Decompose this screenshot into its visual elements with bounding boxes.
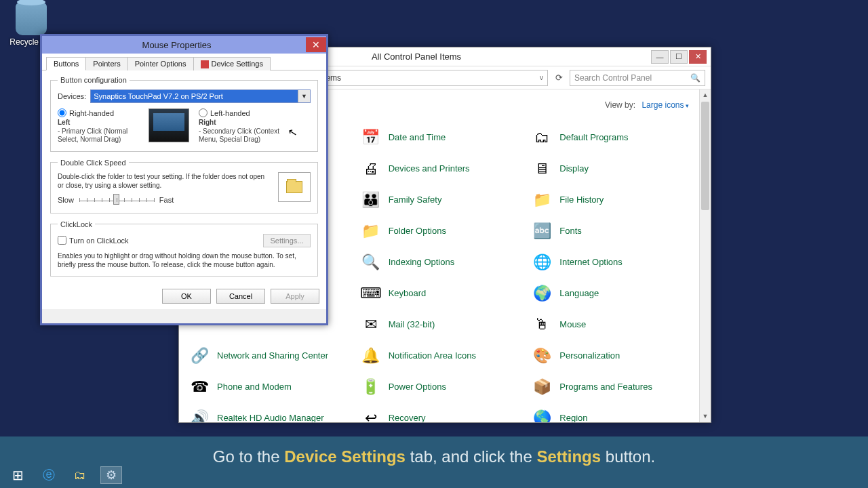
cp-item-label: Mouse — [559, 319, 586, 330]
search-input[interactable]: Search Control Panel 🔍 — [570, 70, 705, 86]
cp-item-icon: 🖥 — [531, 158, 553, 180]
mp-body: Button configuration Devices: Synaptics … — [42, 70, 326, 309]
search-icon: 🔍 — [690, 73, 701, 83]
cp-item-label: Display — [559, 163, 589, 174]
cp-item[interactable]: ✉Mail (32-bit) — [357, 309, 525, 340]
ok-button[interactable]: OK — [162, 289, 211, 304]
mp-close-button[interactable]: ✕ — [306, 37, 326, 52]
cp-item[interactable]: 🖱Mouse — [528, 309, 696, 340]
start-button[interactable]: ⊞ — [7, 466, 28, 484]
cp-item[interactable]: 🌎Region — [528, 403, 696, 422]
cp-item-icon: 🖨 — [360, 158, 382, 180]
close-button[interactable]: ✕ — [689, 50, 707, 64]
double-click-speed-group: Double Click Speed Double-click the fold… — [50, 159, 318, 214]
cp-item-label: File History — [559, 195, 604, 205]
cp-item[interactable]: 📦Programs and Features — [528, 371, 696, 403]
view-by-value[interactable]: Large icons — [642, 100, 689, 110]
cp-item[interactable]: 🖥Display — [528, 153, 696, 184]
clicklock-checkbox[interactable]: Turn on ClickLock — [58, 236, 129, 245]
synaptics-icon — [201, 60, 209, 68]
cl-legend: ClickLock — [58, 220, 95, 228]
devices-label: Devices: — [58, 92, 86, 100]
devices-select[interactable]: Synaptics TouchPad V7.2 on PS/2 Port ▼ — [90, 89, 311, 103]
cp-item-label: Internet Options — [559, 257, 623, 268]
cp-item[interactable]: 📁Folder Options — [357, 216, 525, 247]
cancel-button[interactable]: Cancel — [216, 289, 265, 304]
cp-item[interactable]: 📅Date and Time — [357, 122, 525, 153]
cp-item-icon: 🗂 — [531, 127, 553, 148]
cp-item-label: Phone and Modem — [217, 382, 292, 392]
cp-item-label: Region — [559, 413, 587, 422]
cp-item[interactable]: 🎨Personalization — [528, 340, 696, 371]
scroll-thumb[interactable] — [701, 102, 709, 210]
cp-item[interactable]: 🌐Internet Options — [528, 247, 696, 278]
cp-item[interactable]: ☎Phone and Modem — [186, 371, 353, 403]
mp-titlebar: Mouse Properties ✕ — [42, 36, 326, 54]
cp-item[interactable]: 🔗Network and Sharing Center — [186, 340, 353, 371]
right-desc: - Secondary Click (Context Menu, Special… — [199, 127, 279, 144]
scrollbar[interactable]: ▲ ▼ — [699, 89, 711, 422]
right-handed-radio[interactable]: Right-handed — [58, 108, 146, 117]
cp-item-icon: 🎨 — [531, 345, 553, 367]
cp-item-label: Default Programs — [559, 132, 628, 143]
cp-item-label: Fonts — [559, 226, 582, 237]
scroll-up-icon[interactable]: ▲ — [700, 89, 711, 101]
cp-item[interactable]: 👪Family Safety — [357, 184, 525, 216]
dcs-fast-label: Fast — [159, 196, 174, 204]
cp-item-label: Folder Options — [389, 226, 446, 237]
folder-icon — [286, 181, 302, 193]
tab-pointer-options[interactable]: Pointer Options — [127, 57, 194, 70]
devices-value: Synaptics TouchPad V7.2 on PS/2 Port — [94, 92, 223, 100]
dcs-slow-label: Slow — [58, 196, 74, 204]
cp-item[interactable]: 🔋Power Options — [357, 371, 525, 403]
cp-item[interactable]: ↩Recovery — [357, 403, 525, 422]
cp-item[interactable]: 🔍Indexing Options — [357, 247, 525, 278]
maximize-button[interactable]: ☐ — [670, 50, 688, 64]
cp-item-label: Keyboard — [389, 288, 427, 299]
dcs-legend: Double Click Speed — [58, 159, 129, 167]
cp-item-label: Realtek HD Audio Manager — [217, 413, 324, 422]
button-configuration-legend: Button configuration — [58, 76, 130, 84]
search-placeholder: Search Control Panel — [574, 73, 652, 83]
cp-item[interactable]: 🗂Default Programs — [528, 122, 696, 153]
cp-item-icon: 📅 — [360, 127, 382, 148]
cp-item-icon: ☎ — [189, 376, 210, 398]
cp-item-label: Date and Time — [389, 132, 446, 143]
scroll-down-icon[interactable]: ▼ — [700, 411, 711, 422]
minimize-button[interactable]: — — [651, 50, 669, 64]
cp-item[interactable]: 🖨Devices and Printers — [357, 153, 525, 184]
cp-item-label: Personalization — [559, 350, 620, 361]
tab-pointers[interactable]: Pointers — [85, 57, 127, 70]
cp-item[interactable]: 🔊Realtek HD Audio Manager — [186, 403, 353, 422]
taskbar-ie-icon[interactable]: ⓔ — [38, 466, 60, 484]
devices-dropdown-icon[interactable]: ▼ — [298, 90, 310, 102]
left-desc: - Primary Click (Normal Select, Normal D… — [58, 127, 127, 144]
mp-title: Mouse Properties — [47, 40, 306, 50]
cp-item[interactable]: 🔤Fonts — [528, 216, 696, 247]
tab-device-settings[interactable]: Device Settings — [193, 57, 271, 70]
refresh-button[interactable]: ⟳ — [552, 73, 566, 83]
dcs-test-folder[interactable] — [278, 172, 311, 202]
left-handed-radio[interactable]: Left-handed — [199, 108, 287, 117]
taskbar-control-panel-icon[interactable]: ⚙ — [100, 466, 122, 484]
apply-button: Apply — [271, 289, 319, 304]
cp-item-icon: 🔔 — [360, 345, 382, 367]
clicklock-group: ClickLock Turn on ClickLock Settings... … — [50, 220, 318, 277]
cp-item-icon: 🔊 — [189, 407, 210, 422]
cp-item[interactable]: 🔔Notification Area Icons — [357, 340, 525, 371]
touchpad-icon — [149, 108, 189, 142]
cp-item[interactable]: 📁File History — [528, 184, 696, 216]
cp-item[interactable]: ⌨Keyboard — [357, 278, 525, 309]
breadcrumb-dropdown-icon[interactable]: v — [540, 74, 543, 81]
button-configuration-group: Button configuration Devices: Synaptics … — [50, 76, 318, 152]
clicklock-settings-button: Settings... — [263, 234, 311, 247]
recycle-bin-icon — [16, 3, 47, 35]
caption-text: Go to the Device Settings tab, and click… — [14, 447, 854, 477]
tab-buttons[interactable]: Buttons — [46, 57, 86, 70]
mp-tabs: Buttons Pointers Pointer Options Device … — [42, 54, 326, 70]
cp-item-icon: 📦 — [531, 376, 553, 398]
taskbar-explorer-icon[interactable]: 🗂 — [69, 466, 91, 484]
cp-item-icon: ✉ — [360, 314, 382, 336]
cp-item[interactable]: 🌍Language — [528, 278, 696, 309]
dcs-slider[interactable] — [79, 194, 154, 206]
